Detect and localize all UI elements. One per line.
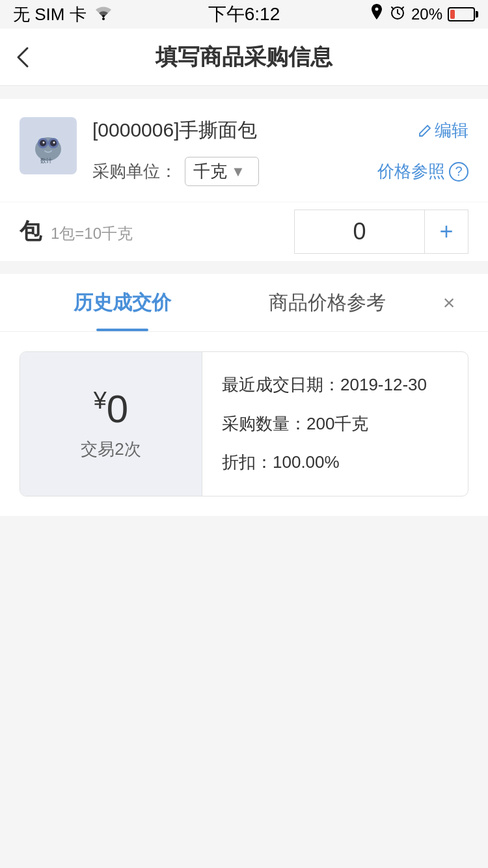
- quantity-value: 0: [353, 218, 366, 245]
- unit-value: 千克: [193, 160, 227, 183]
- status-time: 下午6:12: [208, 2, 280, 27]
- transactions-count: 交易2次: [81, 438, 141, 461]
- nav-bar: 填写商品采购信息: [0, 29, 488, 86]
- status-right: 20%: [370, 4, 475, 25]
- edit-button[interactable]: 编辑: [418, 119, 468, 142]
- location-icon: [370, 4, 384, 25]
- alarm-icon: [389, 4, 406, 25]
- carrier-text: 无 SIM 卡: [13, 3, 87, 26]
- latest-date-label: 最近成交日期：: [222, 375, 340, 394]
- svg-text:数计: 数计: [40, 157, 52, 164]
- unit-text: 包: [20, 217, 42, 247]
- price-card-left: ¥0 交易2次: [20, 352, 202, 496]
- latest-date-value: 2019-12-30: [340, 375, 427, 394]
- purchase-qty-row: 采购数量：200千克: [222, 411, 448, 438]
- discount-row: 折扣：100.00%: [222, 449, 448, 476]
- tab-active-indicator: [96, 329, 148, 331]
- svg-point-8: [53, 142, 55, 144]
- price-card-right: 最近成交日期：2019-12-30 采购数量：200千克 折扣：100.00%: [202, 352, 468, 496]
- quantity-label: 包 1包=10千克: [20, 217, 133, 247]
- tab-product-price-ref[interactable]: 商品价格参考: [224, 274, 429, 331]
- status-bar: 无 SIM 卡 下午6:12 20%: [0, 0, 488, 29]
- svg-point-7: [43, 142, 45, 144]
- product-info: [0000006]手撕面包 编辑 采购单位： 千克 ▼ 价格: [92, 117, 468, 186]
- quantity-section: 包 1包=10千克 0 +: [0, 202, 488, 261]
- price-card: ¥0 交易2次 最近成交日期：2019-12-30 采购数量：200千克 折扣：…: [20, 351, 468, 496]
- conversion-text: 1包=10千克: [51, 223, 133, 244]
- status-left: 无 SIM 卡: [13, 3, 114, 26]
- price-ref-button[interactable]: 价格参照 ?: [377, 160, 468, 183]
- price-value: 0: [107, 387, 128, 431]
- latest-date-row: 最近成交日期：2019-12-30: [222, 372, 448, 399]
- currency-symbol: ¥: [94, 387, 107, 414]
- purchase-qty-value: 200千克: [306, 414, 368, 433]
- help-icon: ?: [449, 162, 468, 182]
- price-ref-label: 价格参照: [377, 160, 445, 183]
- page-title: 填写商品采购信息: [156, 42, 332, 72]
- unit-select-dropdown[interactable]: 千克 ▼: [185, 157, 259, 186]
- back-button[interactable]: [16, 46, 30, 69]
- purchase-qty-label: 采购数量：: [222, 414, 306, 433]
- product-thumbnail: 数计: [20, 117, 77, 174]
- discount-value: 100.00%: [273, 452, 340, 472]
- battery-percent: 20%: [411, 5, 442, 23]
- tab-price-ref-label: 商品价格参考: [269, 290, 386, 316]
- tab-history-price[interactable]: 历史成交价: [20, 274, 224, 331]
- tab-section: 历史成交价 商品价格参考 × ¥0 交易2次 最近成交日期：2019-12-30: [0, 274, 488, 516]
- svg-point-0: [102, 18, 105, 20]
- quantity-input[interactable]: 0: [294, 210, 424, 254]
- unit-label: 采购单位：: [92, 160, 177, 183]
- tab-history-label: 历史成交价: [74, 290, 171, 316]
- product-card: 数计 [0000006]手撕面包 编辑 采购单位： 千克 ▼: [0, 99, 488, 202]
- bottom-space: [0, 516, 488, 868]
- tab-bar: 历史成交价 商品价格参考 ×: [0, 274, 488, 332]
- tab-close-button[interactable]: ×: [429, 274, 468, 331]
- price-card-section: ¥0 交易2次 最近成交日期：2019-12-30 采购数量：200千克 折扣：…: [0, 332, 488, 516]
- quantity-plus-button[interactable]: +: [424, 210, 468, 254]
- price-main: ¥0: [94, 387, 128, 431]
- wifi-icon: [93, 5, 114, 25]
- dropdown-arrow-icon: ▼: [231, 163, 245, 180]
- product-name: [0000006]手撕面包: [92, 117, 257, 144]
- discount-label: 折扣：: [222, 452, 273, 472]
- battery-indicator: [448, 7, 475, 21]
- quantity-input-group: 0 +: [294, 210, 468, 254]
